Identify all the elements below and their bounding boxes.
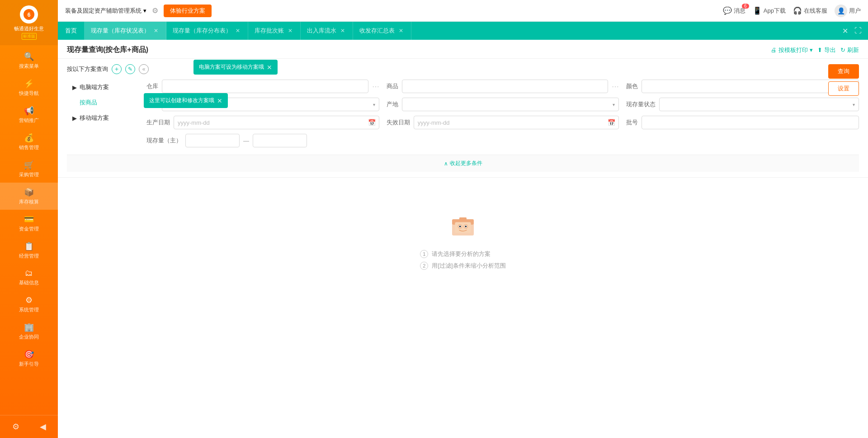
- expire-date-calendar-icon[interactable]: 📅: [608, 119, 615, 126]
- header-settings-icon[interactable]: ⚙: [152, 6, 158, 15]
- scheme-tree-desktop-default[interactable]: 按商品: [67, 95, 139, 110]
- scheme-tooltip-close[interactable]: ✕: [267, 64, 272, 71]
- tab-label: 收发存汇总表: [359, 27, 395, 35]
- empty-illustration: [440, 205, 486, 241]
- stock-qty-min-input[interactable]: [185, 134, 240, 147]
- collapse-up-icon: ∧: [444, 160, 448, 167]
- tab-in-out-flow[interactable]: 出入库流水 ✕: [301, 22, 353, 40]
- filter-row-1: 仓库 ⋯ 商品 ⋯: [146, 80, 859, 93]
- sidebar-item-enterprise[interactable]: 🏢 企业协同: [0, 318, 58, 345]
- sidebar-item-search[interactable]: 🔍 搜索菜单: [0, 47, 58, 74]
- export-icon: ⬆: [817, 47, 822, 53]
- online-service-button[interactable]: 🎧 在线客服: [793, 6, 827, 15]
- sidebar-item-finance[interactable]: 💳 资金管理: [0, 210, 58, 237]
- svg-point-8: [459, 226, 461, 227]
- filter-back-button[interactable]: «: [139, 64, 149, 74]
- svg-point-9: [465, 226, 467, 227]
- sidebar-bottom: ⚙ ◀: [0, 415, 58, 438]
- tip-text-2: 用[过滤]条件来缩小分析范围: [432, 262, 505, 270]
- top-header: 装备及固定资产辅助管理系统 ▾ ⚙ 体验行业方案 💬 消息 6 📱 App下载 …: [58, 0, 868, 22]
- export-button[interactable]: ⬆ 导出: [817, 46, 836, 54]
- tab-inventory-status[interactable]: 现存量（库存状况表） ✕: [85, 22, 166, 40]
- app-download-button[interactable]: 📱 App下载: [753, 6, 786, 15]
- tab-close-icon[interactable]: ✕: [234, 27, 241, 34]
- scheme-tree-desktop[interactable]: ▶ 电脑端方案: [67, 80, 139, 95]
- filter-field-origin: 产地 ▾: [387, 98, 619, 111]
- system-icon: ⚙: [25, 295, 33, 305]
- print-arrow-icon: ▾: [810, 47, 813, 53]
- color-select[interactable]: ▾: [642, 80, 859, 93]
- sidebar-collapse-btn[interactable]: ◀: [38, 420, 48, 433]
- warehouse-select[interactable]: [162, 80, 368, 93]
- collapse-bar[interactable]: ∧ 收起更多条件: [67, 155, 859, 172]
- tab-label: 出入库流水: [307, 27, 336, 35]
- tab-maximize-btn[interactable]: ⛶: [852, 25, 864, 37]
- tab-inventory-dist[interactable]: 现存量（库存分布表） ✕: [166, 22, 248, 40]
- print-label: 按模板打印: [778, 46, 808, 54]
- tab-minimize-btn[interactable]: ✕: [840, 25, 851, 37]
- edit-tooltip-close[interactable]: ✕: [217, 97, 222, 104]
- guide-icon: 🎯: [24, 349, 34, 359]
- sidebar: 6 畅通逍好生意 标准版 🔍 搜索菜单 ⚡ 快捷导航 📢 营销推广 💰 销售管理…: [0, 0, 58, 438]
- sales-icon: 💰: [24, 133, 34, 143]
- system-name-dropdown[interactable]: 装备及固定资产辅助管理系统 ▾: [65, 7, 146, 15]
- batch-input[interactable]: [642, 116, 859, 129]
- sidebar-item-label: 基础信息: [19, 279, 39, 286]
- filter-row-2: 尺码 ▾ 产地 ▾: [146, 98, 859, 111]
- scheme-tree-mobile[interactable]: ▶ 移动端方案: [67, 110, 139, 126]
- marketing-icon: 📢: [24, 106, 34, 116]
- sidebar-item-quick-nav[interactable]: ⚡ 快捷导航: [0, 74, 58, 101]
- refresh-label: 刷新: [847, 46, 859, 54]
- user-button[interactable]: 👤 用户: [835, 5, 861, 17]
- stock-status-label: 现存量状态: [626, 100, 656, 108]
- stock-qty-label: 现存量（主）: [146, 137, 182, 145]
- filter-field-batch: 批号: [626, 116, 859, 129]
- tab-close-icon[interactable]: ✕: [152, 27, 160, 34]
- trial-button[interactable]: 体验行业方案: [164, 5, 212, 17]
- sidebar-item-marketing[interactable]: 📢 营销推广: [0, 101, 58, 128]
- print-button[interactable]: 🖨 按模板打印 ▾: [771, 46, 813, 54]
- search-icon: 🔍: [24, 52, 34, 61]
- tab-collect-summary[interactable]: 收发存汇总表 ✕: [353, 22, 411, 40]
- sidebar-item-label: 资金管理: [19, 226, 39, 232]
- message-button[interactable]: 💬 消息 6: [723, 6, 745, 15]
- sidebar-settings-btn[interactable]: ⚙: [10, 420, 21, 433]
- search-button[interactable]: 查询: [828, 64, 859, 79]
- online-service-label: 在线客服: [804, 7, 827, 15]
- prod-date-calendar-icon[interactable]: 📅: [368, 119, 376, 126]
- size-arrow-icon: ▾: [373, 102, 375, 107]
- prod-date-input[interactable]: [174, 116, 379, 129]
- sidebar-item-inventory[interactable]: 📦 库存核算: [0, 183, 58, 210]
- sidebar-item-purchase[interactable]: 🛒 采购管理: [0, 155, 58, 183]
- tab-home[interactable]: 首页: [58, 22, 85, 40]
- stock-qty-max-input[interactable]: [253, 134, 307, 147]
- sidebar-item-operations[interactable]: 📋 经营管理: [0, 237, 58, 264]
- sidebar-item-label: 采购管理: [19, 171, 39, 178]
- expire-date-input[interactable]: [414, 116, 619, 129]
- expand-arrow-icon: ▶: [72, 84, 77, 91]
- export-label: 导出: [824, 46, 836, 54]
- stock-status-select[interactable]: ▾: [659, 98, 859, 111]
- refresh-button[interactable]: ↻ 刷新: [840, 46, 859, 54]
- reset-button[interactable]: 设置: [828, 81, 859, 96]
- sidebar-item-guide[interactable]: 🎯 新手引导: [0, 345, 58, 372]
- goods-select[interactable]: [402, 80, 609, 93]
- tab-batch-account[interactable]: 库存批次账 ✕: [248, 22, 301, 40]
- logo-text: 畅通逍好生意: [14, 25, 44, 32]
- tab-label: 现存量（库存状况表）: [91, 27, 150, 35]
- header-left: 装备及固定资产辅助管理系统 ▾ ⚙ 体验行业方案: [65, 5, 212, 17]
- filter-edit-button[interactable]: ✎: [125, 64, 135, 74]
- app-download-label: App下载: [764, 7, 786, 15]
- tab-close-icon[interactable]: ✕: [339, 27, 346, 34]
- sidebar-item-sales[interactable]: 💰 销售管理: [0, 128, 58, 155]
- warehouse-dots-icon[interactable]: ⋯: [372, 82, 379, 91]
- goods-dots-icon[interactable]: ⋯: [612, 82, 619, 91]
- sidebar-item-system[interactable]: ⚙ 系统管理: [0, 291, 58, 318]
- tab-close-icon[interactable]: ✕: [287, 27, 294, 34]
- tab-close-icon[interactable]: ✕: [397, 27, 405, 34]
- filter-add-button[interactable]: ＋: [112, 64, 122, 74]
- sidebar-item-basic[interactable]: 🗂 基础信息: [0, 264, 58, 291]
- tab-action-buttons: ✕ ⛶: [840, 25, 868, 37]
- sidebar-item-label: 系统管理: [19, 306, 39, 313]
- origin-select[interactable]: ▾: [402, 98, 619, 111]
